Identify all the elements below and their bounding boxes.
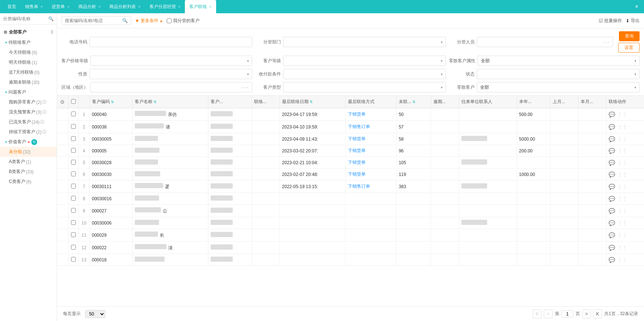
row-last-method[interactable]: 下销货单 bbox=[346, 145, 396, 157]
phone-text-input[interactable] bbox=[93, 39, 249, 45]
my-customers-checkbox[interactable]: 我分管的客户 bbox=[167, 18, 200, 24]
row-select-checkbox[interactable] bbox=[71, 220, 76, 225]
more-action-icon[interactable]: ⋮⋮ bbox=[617, 136, 627, 142]
sidebar-group-problem[interactable]: ▾ 问题客户 bbox=[0, 87, 57, 97]
chat-icon[interactable]: 💬 bbox=[609, 172, 615, 177]
row-select-checkbox[interactable] bbox=[71, 136, 76, 141]
last-method-link[interactable]: 下销货单 bbox=[348, 172, 366, 177]
close-product-analysis-icon[interactable]: × bbox=[98, 4, 101, 9]
row-select-checkbox[interactable] bbox=[71, 184, 76, 188]
query-button[interactable]: 查询 bbox=[619, 31, 640, 41]
sidebar-item-7days-pending[interactable]: 近7天待联络(0) bbox=[0, 67, 57, 77]
row-checkbox-cell[interactable] bbox=[68, 108, 78, 121]
nav-customer-segment[interactable]: 客户分层经营 × bbox=[145, 0, 185, 13]
this-month-col-header[interactable]: 本月... bbox=[578, 96, 606, 108]
row-last-method[interactable]: 下销货单 bbox=[346, 157, 396, 169]
last-page-btn[interactable]: K bbox=[593, 310, 602, 318]
more-action-icon[interactable]: ⋮⋮ bbox=[617, 196, 627, 202]
row-select-checkbox[interactable] bbox=[71, 124, 76, 129]
next-page-btn[interactable]: > bbox=[582, 310, 591, 318]
last-method-link[interactable]: 下销货单 bbox=[348, 112, 366, 117]
chat-icon[interactable]: 💬 bbox=[609, 124, 615, 130]
contact-col-header[interactable]: 联络... bbox=[251, 96, 279, 108]
sidebar-item-today-pending[interactable]: 今天待联络(0) bbox=[0, 47, 57, 57]
region-more-icon[interactable]: ··· bbox=[242, 84, 249, 90]
my-customers-check[interactable] bbox=[167, 18, 172, 23]
chat-icon[interactable]: 💬 bbox=[609, 257, 615, 263]
row-checkbox-cell[interactable] bbox=[68, 241, 78, 254]
chat-icon[interactable]: 💬 bbox=[609, 196, 615, 202]
close-purchase-icon[interactable]: × bbox=[67, 4, 69, 9]
last-method-link[interactable]: 下销货单 bbox=[348, 160, 366, 165]
code-col-header[interactable]: 客户编码⇅ bbox=[89, 96, 132, 108]
more-action-icon[interactable]: ⋮⋮ bbox=[617, 257, 627, 263]
more-action-icon[interactable]: ⋮⋮ bbox=[617, 232, 627, 238]
settings-col-header[interactable]: ⚙ bbox=[57, 96, 68, 108]
row-checkbox-cell[interactable] bbox=[68, 229, 78, 241]
last-method-link[interactable]: 下销货单 bbox=[348, 136, 366, 141]
retail-customer-select[interactable]: 全部 ▾ bbox=[477, 82, 640, 92]
row-select-checkbox[interactable] bbox=[71, 112, 76, 116]
last-method-link[interactable]: 下销售订单 bbox=[348, 124, 370, 129]
price-level-select[interactable]: ▾ bbox=[90, 56, 252, 66]
select-all-checkbox[interactable] bbox=[71, 99, 76, 104]
sidebar-item-a-class[interactable]: A类客户(1) bbox=[0, 157, 57, 167]
last-method-col-header[interactable]: 最后联络方式 bbox=[346, 96, 396, 108]
nav-customer-contact[interactable]: 客户联络 × bbox=[185, 0, 216, 13]
name-col-header[interactable]: 客户名称⇅ bbox=[132, 96, 208, 108]
row-checkbox-cell[interactable] bbox=[68, 254, 78, 266]
type-col-header[interactable]: 客户... bbox=[208, 96, 251, 108]
row-checkbox-cell[interactable] bbox=[68, 180, 78, 193]
sidebar-item-b-class[interactable]: B类客户(33) bbox=[0, 167, 57, 177]
window-close-button[interactable]: × bbox=[632, 2, 641, 11]
row-select-checkbox[interactable] bbox=[71, 196, 76, 201]
person-select[interactable]: ··· bbox=[477, 37, 613, 47]
nav-purchase[interactable]: 进货单 × bbox=[47, 0, 74, 13]
sidebar-item-churned[interactable]: 已流失客户(24) ⓘ bbox=[0, 117, 57, 127]
last-method-link[interactable]: 下销售订单 bbox=[348, 184, 370, 189]
close-sales-icon[interactable]: × bbox=[41, 4, 43, 9]
row-checkbox-cell[interactable] bbox=[68, 121, 78, 133]
sidebar-search-icon[interactable]: 🔍 bbox=[48, 16, 54, 21]
row-last-method[interactable]: 下销售订单 bbox=[346, 180, 396, 193]
sidebar-group-pending[interactable]: ▾ 待联络客户 bbox=[0, 38, 57, 47]
chat-icon[interactable]: 💬 bbox=[609, 220, 615, 226]
payment-select[interactable]: ▾ bbox=[283, 69, 446, 79]
close-product-analysis-list-icon[interactable]: × bbox=[138, 4, 140, 9]
sidebar-group-value[interactable]: ▾ 价值客户 ● ↻ bbox=[0, 137, 57, 147]
chat-icon[interactable]: 💬 bbox=[609, 148, 615, 154]
chat-icon[interactable]: 💬 bbox=[609, 232, 615, 238]
row-select-checkbox[interactable] bbox=[71, 232, 76, 237]
more-action-icon[interactable]: ⋮⋮ bbox=[617, 208, 627, 214]
more-action-icon[interactable]: ⋮⋮ bbox=[617, 184, 627, 190]
chat-icon[interactable]: 💬 bbox=[609, 112, 615, 117]
days-no-contact-col-header[interactable]: 未联...⇅ bbox=[396, 96, 431, 108]
page-size-select[interactable]: 50 100 200 bbox=[85, 310, 105, 318]
region-select[interactable]: ··· bbox=[90, 82, 252, 92]
gender-select[interactable]: ▾ bbox=[89, 69, 252, 79]
sidebar-search-input[interactable] bbox=[3, 16, 48, 21]
first-page-btn[interactable]: K bbox=[533, 310, 542, 318]
row-last-method[interactable]: 下销售订单 bbox=[346, 121, 396, 133]
nav-sales[interactable]: 销售单 × bbox=[21, 0, 47, 13]
sidebar-item-overdue-pending[interactable]: 逾期未联络(30) bbox=[0, 77, 57, 87]
more-action-icon[interactable]: ⋮⋮ bbox=[617, 172, 627, 177]
sidebar-item-churn-warning[interactable]: 流失预警客户(3) ⓘ bbox=[0, 107, 57, 117]
row-last-method[interactable]: 下销货单 bbox=[346, 133, 396, 145]
more-conditions-btn[interactable]: ▼ 更多条件 ▲ bbox=[135, 18, 163, 24]
close-customer-contact-icon[interactable]: × bbox=[209, 4, 211, 9]
more-action-icon[interactable]: ⋮⋮ bbox=[617, 220, 627, 226]
row-checkbox-cell[interactable] bbox=[68, 205, 78, 217]
more-action-icon[interactable]: ⋮⋮ bbox=[617, 124, 627, 130]
row-select-checkbox[interactable] bbox=[71, 245, 76, 250]
row-select-checkbox[interactable] bbox=[71, 148, 76, 153]
checkbox-col-header[interactable] bbox=[68, 96, 78, 108]
last-date-col-header[interactable]: 最后联络日期⇅ bbox=[279, 96, 346, 108]
row-select-checkbox[interactable] bbox=[71, 208, 76, 213]
more-action-icon[interactable]: ⋮⋮ bbox=[617, 245, 627, 251]
retail-attr-select[interactable]: 全部 ▾ bbox=[478, 56, 640, 66]
nav-product-analysis-list[interactable]: 商品分析列表 × bbox=[105, 0, 145, 13]
sidebar-item-abnormal[interactable]: 囤购异常客户(2) ⓘ bbox=[0, 97, 57, 107]
row-select-checkbox[interactable] bbox=[71, 172, 76, 176]
row-last-method[interactable]: 下销货单 bbox=[346, 108, 396, 121]
